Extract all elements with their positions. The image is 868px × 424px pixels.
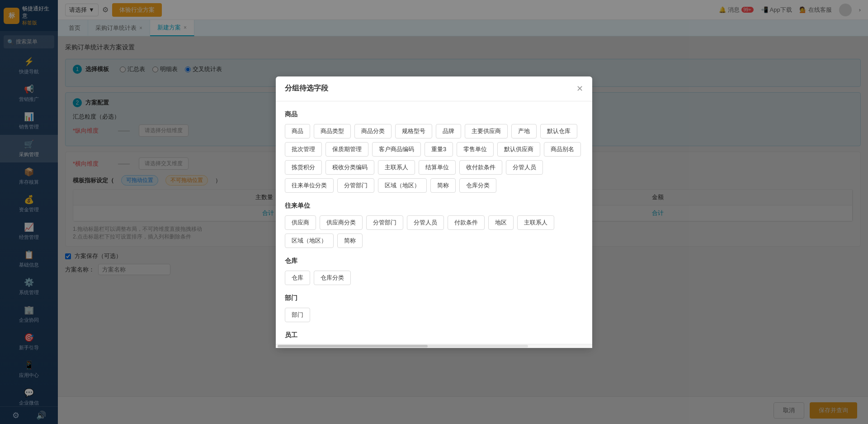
field-tag[interactable]: 税收分类编码	[326, 160, 374, 175]
department-section: 部门 部门	[285, 294, 583, 322]
modal-horizontal-scrollbar[interactable]	[276, 344, 592, 348]
field-tag[interactable]: 默认供应商	[497, 142, 540, 157]
field-select-modal: 分组待选字段 ✕ 商品 商品 商品类型 商品分类 规格型号 品牌 主要供应商 产…	[276, 76, 592, 348]
field-tag[interactable]: 仓库分类	[314, 271, 351, 285]
field-tag[interactable]: 分管人员	[407, 215, 444, 230]
field-tag[interactable]: 主联系人	[517, 215, 554, 230]
modal-header: 分组待选字段 ✕	[276, 76, 592, 101]
department-field-tags: 部门	[285, 308, 583, 322]
modal-title: 分组待选字段	[285, 84, 328, 93]
modal-close-button[interactable]: ✕	[576, 84, 583, 94]
field-tag[interactable]: 商品别名	[544, 142, 581, 157]
field-tag[interactable]: 批次管理	[285, 142, 322, 157]
field-tag[interactable]: 重量3	[425, 142, 453, 157]
warehouse-section: 仓库 仓库 仓库分类	[285, 257, 583, 285]
staff-section: 员工 业务员	[285, 331, 583, 344]
field-tag[interactable]: 部门	[285, 308, 310, 322]
field-tag[interactable]: 区域（地区）	[378, 178, 427, 193]
warehouse-field-tags: 仓库 仓库分类	[285, 271, 583, 285]
field-tag[interactable]: 结算单位	[419, 160, 456, 175]
field-tag[interactable]: 简称	[337, 233, 363, 248]
field-tag[interactable]: 主要供应商	[465, 124, 508, 138]
field-tag[interactable]: 拣货积分	[285, 160, 322, 175]
department-section-title: 部门	[285, 294, 583, 302]
field-tag[interactable]: 仓库	[285, 271, 310, 285]
staff-section-title: 员工	[285, 331, 583, 339]
field-tag[interactable]: 商品分类	[354, 124, 392, 138]
counterpart-section-title: 往来单位	[285, 202, 583, 210]
counterpart-section: 往来单位 供应商 供应商分类 分管部门 分管人员 付款条件 地区 主联系人 区域…	[285, 202, 583, 248]
field-tag[interactable]: 供应商	[285, 215, 316, 230]
field-tag[interactable]: 规格型号	[395, 124, 432, 138]
field-tag[interactable]: 付款条件	[448, 215, 485, 230]
field-tag[interactable]: 分管部门	[337, 178, 374, 193]
field-tag[interactable]: 往来单位分类	[285, 178, 334, 193]
goods-section: 商品 商品 商品类型 商品分类 规格型号 品牌 主要供应商 产地 默认仓库 批次…	[285, 110, 583, 193]
field-tag[interactable]: 分管部门	[366, 215, 403, 230]
field-tag[interactable]: 简称	[430, 178, 456, 193]
field-tag[interactable]: 分管人员	[506, 160, 543, 175]
field-tag[interactable]: 主联系人	[378, 160, 415, 175]
field-tag[interactable]: 默认仓库	[540, 124, 577, 138]
field-tag[interactable]: 商品类型	[314, 124, 351, 138]
field-tag[interactable]: 产地	[511, 124, 537, 138]
goods-field-tags: 商品 商品类型 商品分类 规格型号 品牌 主要供应商 产地 默认仓库 批次管理 …	[285, 124, 583, 193]
warehouse-section-title: 仓库	[285, 257, 583, 265]
field-tag[interactable]: 仓库分类	[459, 178, 496, 193]
counterpart-field-tags: 供应商 供应商分类 分管部门 分管人员 付款条件 地区 主联系人 区域（地区） …	[285, 215, 583, 248]
field-tag[interactable]: 供应商分类	[320, 215, 363, 230]
goods-section-title: 商品	[285, 110, 583, 119]
field-tag[interactable]: 品牌	[436, 124, 461, 138]
modal-overlay[interactable]: 分组待选字段 ✕ 商品 商品 商品类型 商品分类 规格型号 品牌 主要供应商 产…	[0, 0, 868, 424]
modal-body: 商品 商品 商品类型 商品分类 规格型号 品牌 主要供应商 产地 默认仓库 批次…	[276, 101, 592, 344]
field-tag[interactable]: 商品	[285, 124, 310, 138]
field-tag[interactable]: 客户商品编码	[372, 142, 421, 157]
field-tag[interactable]: 零售单位	[457, 142, 494, 157]
field-tag[interactable]: 收付款条件	[459, 160, 502, 175]
field-tag[interactable]: 区域（地区）	[285, 233, 334, 248]
field-tag[interactable]: 保质期管理	[326, 142, 368, 157]
field-tag[interactable]: 地区	[488, 215, 514, 230]
